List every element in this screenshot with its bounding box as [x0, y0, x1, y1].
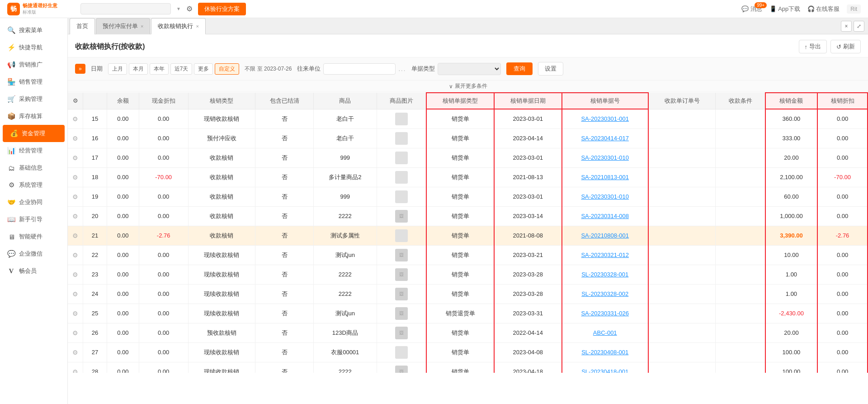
- cell-verify-discount: -70.00: [817, 167, 868, 187]
- cell-verify-no[interactable]: ABC-001: [562, 323, 648, 342]
- cell-gear[interactable]: ⚙: [68, 206, 83, 226]
- sidebar-item-purchase[interactable]: 🛒 采购管理: [0, 90, 67, 108]
- export-button[interactable]: ↑ 导出: [799, 40, 827, 53]
- sidebar-item-wechat[interactable]: 💬 企业微信: [0, 245, 67, 262]
- table-wrapper[interactable]: ⚙ 余额 现金折扣 核销类型 包含已结清 商品 商品图片 核销单据类型 核销单据…: [68, 92, 868, 373]
- sidebar-item-marketing[interactable]: 📢 营销推广: [0, 56, 67, 73]
- logo-icon: 畅: [7, 3, 20, 15]
- online-service-button[interactable]: 🎧 在线客服: [807, 5, 840, 13]
- query-button[interactable]: 查询: [506, 62, 533, 75]
- message-button[interactable]: 💬 消息 99+: [741, 5, 762, 13]
- sidebar-item-system[interactable]: ⚙ 系统管理: [0, 176, 67, 194]
- cell-receipt-condition: [716, 304, 765, 323]
- cell-verify-no[interactable]: SA-20230301-010: [562, 187, 648, 206]
- cell-verify-amount: 20.00: [765, 148, 817, 167]
- cell-gear[interactable]: ⚙: [68, 304, 83, 323]
- cell-gear[interactable]: ⚙: [68, 265, 83, 284]
- cell-verify-no[interactable]: SA-20210808-001: [562, 226, 648, 245]
- cell-gear[interactable]: ⚙: [68, 128, 83, 148]
- cell-gear[interactable]: ⚙: [68, 362, 83, 373]
- tab-prepay-close[interactable]: ×: [141, 24, 143, 29]
- settings-icon[interactable]: ⚙: [186, 5, 193, 13]
- user-area[interactable]: Rit: [847, 5, 861, 14]
- cell-cash-discount: 0.00: [139, 304, 188, 323]
- cell-verify-no[interactable]: SA-20230301-010: [562, 148, 648, 167]
- sidebar-item-hardware[interactable]: 🖥 智能硬件: [0, 228, 67, 245]
- tab-prepay[interactable]: 预付冲应付单 ×: [96, 18, 150, 34]
- this-year-button[interactable]: 本年: [150, 63, 169, 75]
- cell-gear[interactable]: ⚙: [68, 284, 83, 304]
- inventory-icon: 📦: [7, 112, 15, 120]
- cell-gear[interactable]: ⚙: [68, 342, 83, 362]
- filter-settings-button[interactable]: 设置: [538, 62, 563, 76]
- sidebar-item-search[interactable]: 🔍 搜索菜单: [0, 22, 67, 39]
- cell-balance: 0.00: [107, 304, 139, 323]
- cell-goods: 999: [313, 187, 377, 206]
- cell-verify-no[interactable]: SL-20230328-001: [562, 265, 648, 284]
- partner-dots[interactable]: ...: [398, 66, 406, 72]
- sidebar-item-corp[interactable]: 🤝 企业协同: [0, 194, 67, 211]
- cell-verify-amount: 60.00: [765, 187, 817, 206]
- cell-verify-no[interactable]: SA-20230314-008: [562, 206, 648, 226]
- cell-verify-no[interactable]: SA-20230331-026: [562, 304, 648, 323]
- cell-verify-no[interactable]: SL-20230408-001: [562, 342, 648, 362]
- cell-verify-no[interactable]: SA-20230301-001: [562, 109, 648, 128]
- top-search-input[interactable]: [80, 3, 171, 14]
- tab-receipt[interactable]: 收款核销执行 ×: [151, 18, 205, 34]
- cell-verify-type: 现续收款核销: [188, 284, 255, 304]
- cell-receipt-condition: [716, 265, 765, 284]
- cell-seq: 19: [83, 187, 107, 206]
- cell-gear[interactable]: ⚙: [68, 226, 83, 245]
- more-date-button[interactable]: 更多: [194, 63, 213, 75]
- sidebar-item-sales[interactable]: 🏪 销售管理: [0, 73, 67, 90]
- goods-image: [395, 132, 408, 145]
- sidebar-item-finance[interactable]: 💰 资金管理: [3, 125, 65, 142]
- cell-gear[interactable]: ⚙: [68, 109, 83, 128]
- cell-seq: 24: [83, 284, 107, 304]
- industry-button[interactable]: 休验行业方案: [198, 3, 246, 15]
- search-dropdown-arrow[interactable]: ▼: [176, 6, 181, 11]
- cell-verify-no[interactable]: SA-20230321-012: [562, 245, 648, 265]
- cell-gear[interactable]: ⚙: [68, 323, 83, 342]
- this-month-button[interactable]: 本月: [129, 63, 148, 75]
- th-verify-bill-type: 核销单据类型: [426, 93, 494, 109]
- cell-include-settled: 否: [255, 109, 314, 128]
- cell-verify-no[interactable]: SL-20230328-002: [562, 284, 648, 304]
- partner-input[interactable]: [323, 63, 396, 75]
- cell-receipt-order-no: [648, 128, 716, 148]
- cell-verify-no[interactable]: SL-20230418-001: [562, 362, 648, 373]
- sidebar-item-base[interactable]: 🗂 基础信息: [0, 159, 67, 176]
- last-month-button[interactable]: 上月: [108, 63, 127, 75]
- bill-type-select[interactable]: [438, 63, 501, 75]
- tab-close-all-button[interactable]: ×: [841, 21, 852, 32]
- sidebar-item-inventory[interactable]: 📦 库存核算: [0, 108, 67, 125]
- sidebar-item-operation[interactable]: 📊 经营管理: [0, 142, 67, 159]
- tab-maximize-button[interactable]: ⤢: [854, 21, 864, 32]
- expand-more-button[interactable]: ∨ 展开更多条件: [449, 82, 487, 90]
- cell-gear[interactable]: ⚙: [68, 148, 83, 167]
- last-7days-button[interactable]: 近7天: [170, 63, 193, 75]
- expand-more-bar: ∨ 展开更多条件: [68, 81, 868, 92]
- app-download-button[interactable]: 📱 App下载: [769, 5, 800, 13]
- cell-receipt-order-no: [648, 265, 716, 284]
- cell-verify-no[interactable]: SA-20230414-017: [562, 128, 648, 148]
- th-settings[interactable]: ⚙: [68, 93, 83, 109]
- filter-expand-button[interactable]: »: [75, 64, 85, 74]
- cell-verify-discount: 0.00: [817, 304, 868, 323]
- cell-include-settled: 否: [255, 323, 314, 342]
- sidebar-item-quick[interactable]: ⚡ 快捷导航: [0, 39, 67, 56]
- cell-gear[interactable]: ⚙: [68, 187, 83, 206]
- refresh-button[interactable]: ↺ 刷新: [830, 40, 861, 53]
- cell-receipt-condition: [716, 109, 765, 128]
- cell-receipt-condition: [716, 284, 765, 304]
- cell-gear[interactable]: ⚙: [68, 167, 83, 187]
- cell-verify-no[interactable]: SA-20210813-001: [562, 167, 648, 187]
- cell-cash-discount: 0.00: [139, 245, 188, 265]
- sidebar-item-guide[interactable]: 📖 新手引导: [0, 211, 67, 228]
- custom-date-button[interactable]: 自定义: [215, 63, 239, 75]
- cell-gear[interactable]: ⚙: [68, 245, 83, 265]
- tab-home[interactable]: 首页: [70, 18, 95, 34]
- headset-icon: 🎧: [807, 5, 815, 12]
- tab-receipt-close[interactable]: ×: [196, 24, 198, 29]
- sidebar-item-member[interactable]: V 畅会员: [0, 262, 67, 280]
